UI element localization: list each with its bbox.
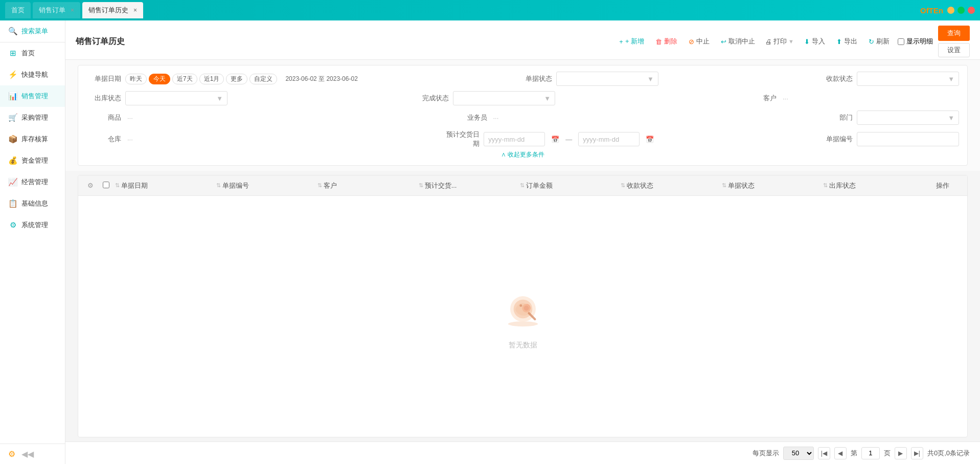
- doc-no-input[interactable]: [857, 132, 959, 146]
- page-number-input[interactable]: [861, 447, 880, 459]
- delete-label: 删除: [664, 37, 677, 46]
- import-button[interactable]: ⬇ 导入: [799, 35, 830, 48]
- select-all-checkbox[interactable]: [103, 182, 109, 188]
- th-doc-date[interactable]: ⇅ 单据日期: [113, 181, 214, 190]
- tab-sales-order-history[interactable]: 销售订单历史 ×: [82, 2, 143, 18]
- per-page-label: 每页显示: [753, 449, 779, 458]
- date-custom-btn[interactable]: 自定义: [249, 74, 277, 84]
- window-close-button[interactable]: [968, 7, 975, 14]
- date-1month-btn[interactable]: 近1月: [199, 74, 224, 84]
- date-calendar-to-icon[interactable]: 📅: [646, 136, 654, 143]
- doc-status-arrow-icon: ▼: [647, 75, 654, 83]
- th-doc-no-label: 单据编号: [222, 181, 249, 190]
- th-doc-date-label: 单据日期: [121, 181, 148, 190]
- window-maximize-button[interactable]: [958, 7, 965, 14]
- th-receipt-sort-icon: ⇅: [621, 182, 625, 189]
- th-out-status-label: 出库状态: [829, 181, 856, 190]
- sidebar-item-sales[interactable]: 📊 销售管理: [0, 85, 65, 107]
- page-prev-button[interactable]: ◀: [834, 447, 847, 459]
- sidebar-item-finance[interactable]: 💰 资金管理: [0, 150, 65, 171]
- table-settings-icon[interactable]: ⚙: [82, 182, 99, 189]
- page-title: 销售订单历史: [76, 36, 125, 47]
- sidebar-item-home[interactable]: ⊞ 首页: [0, 42, 65, 64]
- warehouse-dots[interactable]: ···: [125, 136, 135, 143]
- per-page-select[interactable]: 50 10 20 100: [783, 447, 814, 460]
- window-minimize-button[interactable]: [947, 7, 954, 14]
- page-last-button[interactable]: ▶|: [911, 447, 923, 459]
- sidebar-item-operations[interactable]: 📈 经营管理: [0, 171, 65, 193]
- show-detail-checkbox-wrap[interactable]: 显示明细: [898, 37, 933, 46]
- tab-sales-order-history-close[interactable]: ×: [133, 7, 137, 14]
- page-unit-label: 页: [884, 449, 891, 458]
- expected-date-to[interactable]: yyyy-mm-dd: [578, 132, 640, 146]
- sidebar-item-quick-nav[interactable]: ⚡ 快捷导航: [0, 64, 65, 85]
- doc-status-select[interactable]: ▼: [556, 72, 658, 86]
- tab-home[interactable]: 首页: [5, 2, 31, 18]
- table-select-all[interactable]: [99, 182, 113, 190]
- sidebar-item-base-info-label: 基础信息: [21, 199, 48, 208]
- th-order-amount[interactable]: ⇅ 订单金额: [518, 181, 619, 190]
- new-button[interactable]: + + 新增: [614, 35, 649, 48]
- th-customer[interactable]: ⇅ 客户: [315, 181, 417, 190]
- receipt-status-label: 收款状态: [818, 74, 853, 83]
- refresh-button[interactable]: ↻ 刷新: [863, 35, 895, 48]
- sidebar-item-base-info[interactable]: 📋 基础信息: [0, 193, 65, 214]
- date-more-btn[interactable]: 更多: [226, 74, 247, 84]
- page-next-button[interactable]: ▶: [895, 447, 907, 459]
- stop-label: 中止: [696, 37, 710, 46]
- tab-sales-order-label: 销售订单: [39, 6, 65, 15]
- expected-date-label: 预计交货日期: [445, 130, 480, 148]
- salesperson-dots[interactable]: ···: [491, 114, 501, 122]
- out-status-select[interactable]: ▼: [125, 91, 227, 105]
- dept-select[interactable]: ▼: [857, 111, 959, 125]
- receipt-status-arrow-icon: ▼: [948, 75, 954, 83]
- stop-button[interactable]: ⊘ 中止: [683, 35, 715, 48]
- header-section: 销售订单历史 + + 新增 🗑 删除 ⊘ 中止 ↩: [65, 20, 980, 60]
- sidebar-item-inventory[interactable]: 📦 库存核算: [0, 128, 65, 150]
- th-doc-no-sort-icon: ⇅: [216, 182, 221, 189]
- settings-button[interactable]: 设置: [938, 43, 970, 57]
- date-yesterday-btn[interactable]: 昨天: [125, 74, 147, 84]
- sidebar-item-system[interactable]: ⚙ 系统管理: [0, 214, 65, 236]
- th-out-status[interactable]: ⇅ 出库状态: [821, 181, 922, 190]
- query-button[interactable]: 查询: [938, 26, 970, 41]
- customer-label: 客户: [742, 94, 777, 103]
- print-button[interactable]: 🖨 打印 ▼: [761, 35, 798, 48]
- export-button[interactable]: ⬆ 导出: [831, 35, 862, 48]
- export-label: 导出: [844, 37, 857, 46]
- date-today-btn[interactable]: 今天: [149, 74, 170, 84]
- collapse-bar[interactable]: ∧ 收起更多条件: [86, 150, 959, 159]
- th-expected-delivery-label: 预计交货...: [425, 181, 457, 190]
- th-doc-no[interactable]: ⇅ 单据编号: [214, 181, 315, 190]
- sidebar-search[interactable]: 🔍 搜索菜单: [0, 20, 65, 42]
- show-detail-checkbox[interactable]: [898, 38, 904, 45]
- print-label: 打印: [773, 37, 787, 46]
- date-calendar-from-icon[interactable]: 📅: [551, 136, 559, 143]
- sidebar-item-operations-label: 经营管理: [21, 178, 48, 187]
- page-first-button[interactable]: |◀: [818, 447, 830, 459]
- receipt-status-select[interactable]: ▼: [857, 72, 959, 86]
- expected-date-from[interactable]: yyyy-mm-dd: [484, 132, 545, 146]
- tab-sales-order[interactable]: 销售订单 ×: [33, 2, 80, 18]
- product-dots[interactable]: ···: [125, 114, 135, 122]
- finance-icon: 💰: [8, 156, 17, 165]
- cancel-stop-button[interactable]: ↩ 取消中止: [716, 35, 760, 48]
- sidebar-item-purchase[interactable]: 🛒 采购管理: [0, 107, 65, 128]
- refresh-icon: ↻: [869, 38, 874, 46]
- th-doc-status[interactable]: ⇅ 单据状态: [720, 181, 821, 190]
- sidebar-item-sales-label: 销售管理: [21, 92, 48, 101]
- import-icon: ⬇: [804, 38, 810, 46]
- tab-sales-order-close[interactable]: ×: [71, 7, 74, 14]
- settings-bottom-icon[interactable]: ⚙: [8, 449, 15, 459]
- th-expected-delivery[interactable]: ⇅ 预计交货...: [417, 181, 518, 190]
- customer-dots[interactable]: ···: [781, 95, 790, 102]
- purchase-icon: 🛒: [8, 113, 17, 122]
- home-icon: ⊞: [8, 49, 17, 58]
- complete-status-label: 完成状态: [414, 94, 449, 103]
- date-7days-btn[interactable]: 近7天: [172, 74, 197, 84]
- complete-status-select[interactable]: ▼: [453, 91, 555, 105]
- delete-button[interactable]: 🗑 删除: [650, 35, 682, 48]
- collapse-sidebar-icon[interactable]: ◀◀: [21, 449, 34, 459]
- print-icon: 🖨: [765, 38, 772, 46]
- th-receipt-status[interactable]: ⇅ 收款状态: [619, 181, 720, 190]
